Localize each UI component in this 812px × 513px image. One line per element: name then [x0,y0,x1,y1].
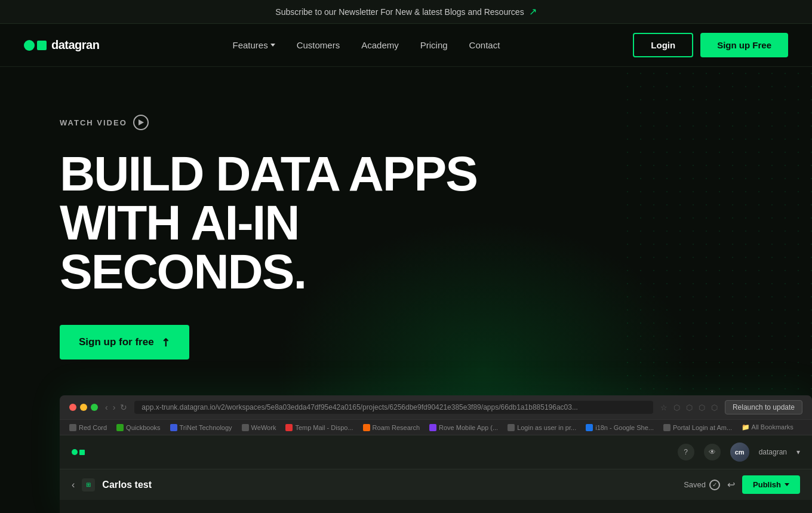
avatar[interactable]: cm [730,443,749,462]
bookmark-tempmail[interactable]: Temp Mail - Dispo... [285,424,353,431]
pricing-link[interactable]: Pricing [420,40,448,50]
signup-button[interactable]: Sign up Free [700,33,788,57]
relaunch-button[interactable]: Relaunch to update [725,400,802,414]
browser-dots [69,404,98,411]
browser-chrome-bar: ‹ › ↻ app.x-trunk.datagran.io/v2/workspa… [60,395,812,420]
browser-dot-red [69,404,76,411]
user-name: datagran [759,448,787,456]
app-logo-sq [79,450,85,455]
bookmark-favicon [170,424,177,431]
bookmark-favicon [116,424,124,431]
bookmark-favicon [586,424,593,431]
back-icon[interactable]: ‹ [105,403,108,412]
view-icon[interactable]: 👁 [704,444,721,460]
bookmark-all[interactable]: 📁 All Bookmarks [742,423,793,431]
nav-links: Features Customers Academy Pricing Conta… [232,40,500,51]
extension-icon-1: ⬡ [673,403,680,412]
publish-chevron-icon [785,483,789,486]
bookmark-roam[interactable]: Roam Research [363,424,420,431]
bookmark-favicon [242,424,249,431]
toolbar-right: Saved ✓ ↩ Publish [684,475,800,494]
bookmark-wework[interactable]: WeWork [242,424,276,431]
main-nav: datagran Features Customers Academy Pric… [0,24,812,67]
user-chevron-icon[interactable]: ▾ [796,448,800,456]
app-top-icons: ? 👁 cm datagran ▾ [678,443,800,462]
forward-icon[interactable]: › [113,403,116,412]
features-link[interactable]: Features [232,40,275,50]
extension-icon-3: ⬡ [699,403,705,412]
play-triangle [139,119,144,125]
logo-link[interactable]: datagran [24,38,99,52]
nav-item-contact[interactable]: Contact [469,40,500,51]
extension-icon-2: ⬡ [686,403,693,412]
nav-item-customers[interactable]: Customers [297,40,340,51]
refresh-icon[interactable]: ↻ [120,403,127,412]
hero-cta-button[interactable]: Sign up for free ↗ [60,325,189,360]
app-type-icon: ⊞ [82,478,95,492]
bookmark-favicon [508,424,515,431]
browser-nav-icons: ‹ › ↻ [105,403,127,412]
bookmark-favicon [285,424,293,431]
banner-text: Subscribe to our Newsletter For New & la… [275,7,524,17]
logo-square [37,41,47,50]
login-button[interactable]: Login [633,33,693,57]
hero-section: WATCH VIDEO BUILD DATA APPS WITH AI-IN S… [0,67,812,513]
bookmark-trinet[interactable]: TriNet Technology [170,424,232,431]
help-icon[interactable]: ? [678,444,694,460]
banner-arrow: ↗ [529,6,537,17]
undo-button[interactable]: ↩ [727,479,735,490]
cta-arrow-icon: ↗ [158,334,173,350]
watch-video-label[interactable]: WATCH VIDEO [60,115,537,130]
browser-dot-yellow [80,404,87,411]
extension-icon-4: ⬡ [711,403,718,412]
bookmark-portal[interactable]: Portal Login at Am... [663,424,732,431]
bookmark-login[interactable]: Login as user in pr... [508,424,576,431]
bookmark-favicon [429,424,436,431]
bookmark-rove[interactable]: Rove Mobile App (... [429,424,498,431]
chevron-down-icon [270,44,275,47]
nav-item-pricing[interactable]: Pricing [420,40,448,51]
bookmark-i18n[interactable]: i18n - Google She... [586,424,654,431]
hero-content: WATCH VIDEO BUILD DATA APPS WITH AI-IN S… [0,115,537,360]
browser-mockup-wrapper: ‹ › ↻ app.x-trunk.datagran.io/v2/workspa… [60,395,812,513]
app-content: ? 👁 cm datagran ▾ ‹ ⊞ Carlos test [60,435,812,513]
back-button[interactable]: ‹ [72,480,75,490]
logo-mark [24,40,47,51]
star-icon[interactable]: ☆ [660,403,668,412]
top-banner[interactable]: Subscribe to our Newsletter For New & la… [0,0,812,24]
browser-mockup: ‹ › ↻ app.x-trunk.datagran.io/v2/workspa… [60,395,812,513]
customers-link[interactable]: Customers [297,40,340,50]
app-top-bar: ? 👁 cm datagran ▾ [60,435,812,469]
logo-text: datagran [51,38,99,52]
academy-link[interactable]: Academy [361,40,399,50]
bookmark-favicon [663,424,670,431]
app-title: Carlos test [102,480,152,490]
app-toolbar: ‹ ⊞ Carlos test Saved ✓ ↩ Publish [60,469,812,500]
toolbar-left: ‹ ⊞ Carlos test [72,478,152,492]
nav-item-academy[interactable]: Academy [361,40,399,51]
browser-extra-icons: ☆ ⬡ ⬡ ⬡ ⬡ [660,403,718,412]
publish-button[interactable]: Publish [742,475,800,494]
saved-check-icon: ✓ [709,480,720,490]
saved-status: Saved ✓ [684,480,720,490]
nav-actions: Login Sign up Free [633,33,788,57]
app-logo-small [72,444,88,460]
bookmark-favicon [69,424,76,431]
nav-item-features[interactable]: Features [232,40,275,50]
hero-title: BUILD DATA APPS WITH AI-IN SECONDS. [60,149,537,296]
app-logo-dot [72,449,78,455]
browser-address-bar[interactable]: app.x-trunk.datagran.io/v2/workspaces/5e… [134,401,653,414]
bookmark-red-cord[interactable]: Red Cord [69,424,107,431]
bookmark-quickbooks[interactable]: Quickbooks [116,424,160,431]
contact-link[interactable]: Contact [469,40,500,50]
logo-circle [24,40,35,51]
bookmarks-bar: Red Cord Quickbooks TriNet Technology We… [60,420,812,435]
bookmark-favicon [363,424,370,431]
play-icon[interactable] [133,115,149,130]
browser-dot-green [91,404,98,411]
